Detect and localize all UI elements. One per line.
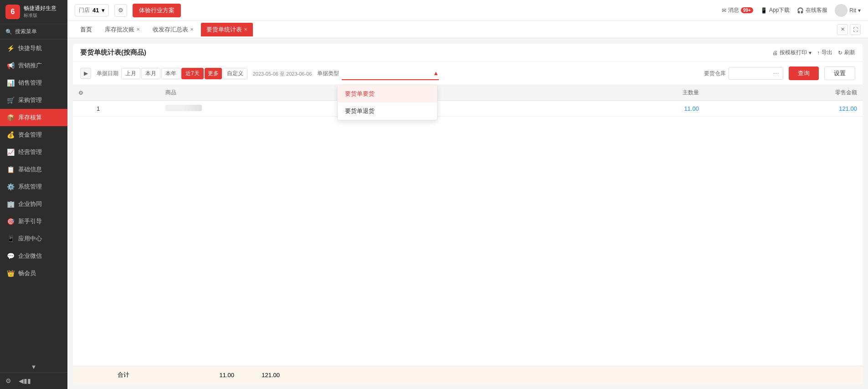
expand-filter-button[interactable]: ▶ — [80, 68, 91, 79]
settings-gear-icon[interactable]: ⚙ — [78, 90, 83, 96]
sidebar-item-member[interactable]: 👑 畅会员 — [0, 265, 67, 282]
search-icon: 🔍 — [5, 29, 12, 35]
print-label: 按模板打印 — [780, 49, 807, 56]
tab-expand-button[interactable]: ⛶ — [850, 24, 861, 35]
user-chevron-icon: ▾ — [858, 7, 861, 14]
sidebar-item-system[interactable]: ⚙️ 系统管理 — [0, 178, 67, 195]
service-icon: 🎧 — [797, 7, 804, 14]
sidebar-item-purchase[interactable]: 🛒 采购管理 — [0, 92, 67, 109]
sidebar: 6 畅捷通好生意 标准版 🔍 搜索菜单 ⚡ 快捷导航 📢 营销推广 📊 销售管理… — [0, 0, 67, 389]
header-gear-button[interactable]: ⚙ — [114, 4, 127, 17]
sidebar-item-sales[interactable]: 📊 销售管理 — [0, 74, 67, 92]
sidebar-item-inventory[interactable]: 📦 库存核算 — [0, 109, 67, 126]
enterprise-icon: 🏢 — [6, 200, 15, 208]
online-service-action[interactable]: 🎧 在线客服 — [797, 6, 827, 14]
filter-row: ▶ 单据日期 上月 本月 本年 近7天 更多 自定义 2023-05-06 至 … — [73, 62, 863, 85]
app-download-action[interactable]: 📱 App下载 — [760, 6, 790, 14]
quick-nav-icon: ⚡ — [6, 44, 15, 52]
chevron-down-icon: ▾ — [102, 7, 105, 14]
top-header: 门店 41 ▾ ⚙ 体验行业方案 ✉ 消息 99+ 📱 App下载 🎧 在线客服 — [67, 0, 868, 21]
tab-receive-summary[interactable]: 收发存汇总表 ✕ — [147, 23, 199, 36]
page-header: 要货单统计表(按商品) 🖨 按模板打印 ▾ ↑ 导出 ↻ 刷新 — [73, 44, 863, 62]
sidebar-item-finance[interactable]: 💰 资金管理 — [0, 126, 67, 143]
user-menu[interactable]: Rit ▾ — [835, 4, 861, 17]
sidebar-item-enterprise[interactable]: 🏢 企业协同 — [0, 195, 67, 213]
guide-icon: 🎯 — [6, 217, 15, 225]
query-button[interactable]: 查询 — [789, 67, 819, 80]
sidebar-item-app[interactable]: 📱 应用中心 — [0, 230, 67, 247]
message-label: 消息 — [728, 6, 739, 14]
warehouse-more-icon[interactable]: ··· — [773, 69, 779, 77]
tab-label: 库存批次账 — [105, 26, 134, 34]
refresh-action[interactable]: ↻ 刷新 — [838, 49, 855, 56]
sidebar-scroll-down[interactable]: ▼ — [0, 362, 67, 372]
export-action[interactable]: ↑ 导出 — [817, 49, 832, 56]
amount-link[interactable]: 121.00 — [839, 105, 857, 112]
sales-icon: 📊 — [6, 79, 15, 87]
quantity-link[interactable]: 11.00 — [684, 105, 699, 112]
trial-button[interactable]: 体验行业方案 — [133, 4, 181, 17]
settings-button[interactable]: 设置 — [824, 67, 855, 80]
type-select-input[interactable] — [342, 68, 433, 78]
tab-order-summary[interactable]: 要货单统计表 ✕ — [201, 23, 253, 36]
sidebar-item-operations[interactable]: 📈 经营管理 — [0, 143, 67, 161]
date-btn-last-month[interactable]: 上月 — [121, 68, 140, 79]
sidebar-item-label: 新手引导 — [18, 217, 42, 225]
date-btn-7days[interactable]: 近7天 — [181, 68, 204, 79]
sidebar-item-label: 企业协同 — [18, 200, 42, 208]
tab-close-icon[interactable]: ✕ — [136, 27, 140, 32]
purchase-icon: 🛒 — [6, 96, 15, 104]
header-left: 门店 41 ▾ ⚙ 体验行业方案 — [75, 4, 181, 17]
cell-amount: 121.00 — [704, 101, 863, 117]
table-container: ⚙ 商品 主计量单位 主数量 零售金额 1 — [73, 85, 863, 366]
footer-menu-icon[interactable]: ◀▮▮ — [19, 377, 31, 384]
date-btn-this-year[interactable]: 本年 — [161, 68, 180, 79]
print-icon: 🖨 — [772, 50, 778, 56]
sidebar-item-marketing[interactable]: 📢 营销推广 — [0, 57, 67, 74]
refresh-icon: ↻ — [838, 50, 842, 56]
footer-settings-icon[interactable]: ⚙ — [5, 377, 11, 384]
sidebar-search[interactable]: 🔍 搜索菜单 — [0, 24, 67, 40]
message-badge: 99+ — [741, 7, 753, 13]
sidebar-item-base[interactable]: 📋 基础信息 — [0, 161, 67, 178]
member-icon: 👑 — [6, 269, 15, 277]
user-name: Rit — [849, 7, 856, 14]
tab-inventory-batch[interactable]: 库存批次账 ✕ — [99, 23, 145, 36]
date-buttons: 上月 本月 本年 近7天 更多 自定义 — [121, 68, 247, 79]
warehouse-label: 要货仓库 — [704, 70, 726, 77]
tab-close-all-button[interactable]: ✕ — [837, 24, 848, 35]
sidebar-item-guide[interactable]: 🎯 新手引导 — [0, 213, 67, 230]
sidebar-item-label: 企业微信 — [18, 252, 42, 260]
tab-close-icon[interactable]: ✕ — [190, 27, 194, 32]
main-area: 门店 41 ▾ ⚙ 体验行业方案 ✉ 消息 99+ 📱 App下载 🎧 在线客服 — [67, 0, 868, 389]
message-action[interactable]: ✉ 消息 99+ — [722, 6, 753, 14]
print-action[interactable]: 🖨 按模板打印 ▾ — [772, 49, 812, 56]
sidebar-item-wechat[interactable]: 💬 企业微信 — [0, 247, 67, 265]
sidebar-item-quick-nav[interactable]: ⚡ 快捷导航 — [0, 40, 67, 57]
sidebar-footer: ⚙ ◀▮▮ — [0, 372, 67, 389]
table-row: 1 块 11.00 121.00 — [73, 101, 863, 117]
sidebar-item-label: 应用中心 — [18, 235, 42, 243]
sidebar-item-label: 采购管理 — [18, 96, 42, 104]
date-btn-this-month[interactable]: 本月 — [141, 68, 160, 79]
total-label: 合计 — [118, 371, 129, 378]
sidebar-item-label: 畅会员 — [18, 269, 36, 277]
col-rownum-header — [91, 85, 160, 101]
sidebar-item-label: 资金管理 — [18, 131, 42, 139]
type-dropdown: 要货单要货 要货单退货 — [337, 85, 437, 120]
tab-close-icon[interactable]: ✕ — [244, 27, 247, 32]
store-selector[interactable]: 门店 41 ▾ — [75, 4, 109, 16]
app-subtitle: 标准版 — [24, 12, 56, 19]
print-chevron-icon: ▾ — [809, 50, 812, 56]
total-quantity: 11.00 — [219, 372, 234, 379]
dropdown-item-order-return[interactable]: 要货单退货 — [338, 102, 437, 120]
date-btn-custom[interactable]: 自定义 — [223, 68, 247, 79]
export-label: 导出 — [822, 49, 832, 56]
finance-icon: 💰 — [6, 131, 15, 139]
page-panel: 要货单统计表(按商品) 🖨 按模板打印 ▾ ↑ 导出 ↻ 刷新 — [73, 44, 863, 384]
online-service-label: 在线客服 — [806, 6, 827, 14]
tab-home[interactable]: 首页 — [75, 23, 98, 36]
date-btn-more[interactable]: 更多 — [205, 68, 222, 79]
dropdown-item-order-purchase[interactable]: 要货单要货 — [338, 85, 437, 102]
type-chevron-up-icon[interactable]: ▲ — [433, 70, 439, 77]
